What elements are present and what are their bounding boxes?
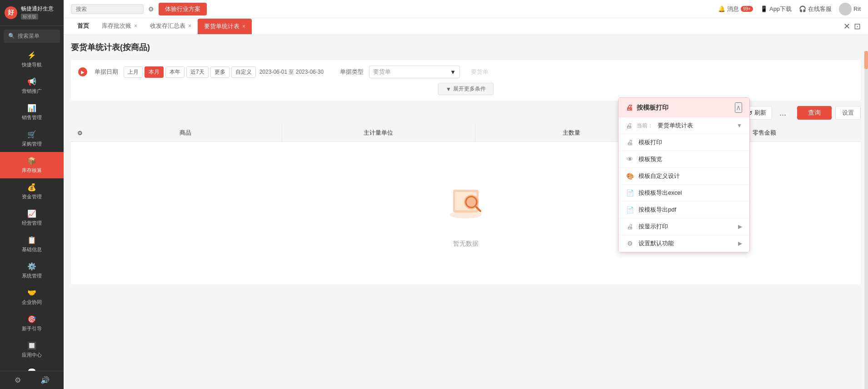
dropdown-item-display-print[interactable]: 🖨 按显示打印 ▶ <box>619 218 749 235</box>
sidebar-item-system[interactable]: ⚙️ 系统管理 <box>0 258 64 284</box>
dropdown-item-export-excel[interactable]: 📄 按模板导出excel <box>619 185 749 202</box>
print-current-template[interactable]: 🖨 当前： 要货单统计表 ▼ <box>619 117 749 134</box>
sidebar-item-purchase[interactable]: 🛒 采购管理 <box>0 126 64 152</box>
tab-batch-account-label: 库存批次账 <box>102 22 131 30</box>
tab-requisition-label: 要货单统计表 <box>204 22 239 30</box>
print-dropdown-title-area: 🖨 按模板打印 <box>626 104 668 112</box>
date-last-7-days[interactable]: 近7天 <box>186 66 209 78</box>
notification-button[interactable]: 🔔 消息 99+ <box>718 5 753 13</box>
date-custom[interactable]: 自定义 <box>231 66 256 78</box>
page-title: 要货单统计表(按商品) <box>71 42 861 53</box>
tab-batch-account-close[interactable]: × <box>134 23 137 29</box>
sidebar-bottom: ⚙ 🔊 <box>0 371 64 389</box>
display-print-label: 按显示打印 <box>639 222 668 231</box>
sidebar-item-operation[interactable]: 📈 经营管理 <box>0 205 64 231</box>
dropdown-item-template-print[interactable]: 🖨 模板打印 <box>619 134 749 151</box>
date-this-year[interactable]: 本年 <box>165 66 185 78</box>
tab-home[interactable]: 首页 <box>71 18 95 35</box>
tab-receipts-close[interactable]: × <box>188 23 191 29</box>
date-buttons: 上月 本月 本年 近7天 更多 自定义 2023-06-01 至 2023-06… <box>124 66 324 78</box>
set-default-icon: ⚙ <box>626 240 634 247</box>
topbar-search-input[interactable] <box>71 4 144 14</box>
dropdown-item-template-custom[interactable]: 🎨 模板自定义设计 <box>619 168 749 185</box>
notification-badge: 99+ <box>741 6 753 12</box>
template-custom-icon: 🎨 <box>626 172 634 180</box>
app-name-block: 畅捷通好生意 标准版 <box>21 5 54 20</box>
sidebar-item-basic[interactable]: 📋 基础信息 <box>0 231 64 258</box>
sidebar-item-finance[interactable]: 💰 资金管理 <box>0 178 64 205</box>
purchase-label: 采购管理 <box>22 141 42 147</box>
bell-icon: 🔔 <box>718 5 725 12</box>
print-dropdown-header: 🖨 按模板打印 ∧ <box>619 98 749 117</box>
sidebar-item-sales[interactable]: 📊 销售管理 <box>0 99 64 126</box>
sidebar-item-guide[interactable]: 🎯 新手引导 <box>0 310 64 337</box>
close-window-button[interactable]: ✕ <box>843 21 850 31</box>
expand-more-button[interactable]: ▼ 展开更多条件 <box>438 83 494 95</box>
sidebar-speaker-button[interactable]: 🔊 <box>40 376 50 384</box>
set-default-label: 设置默认功能 <box>639 239 674 248</box>
print-dropdown-close-button[interactable]: ∧ <box>735 102 742 113</box>
tab-requisition-close[interactable]: × <box>242 23 245 30</box>
type-select-dropdown[interactable]: 要货单 ▼ <box>369 66 460 78</box>
scrollbar-thumb[interactable] <box>864 51 868 69</box>
expand-arrow-button[interactable]: ▶ <box>78 67 87 76</box>
dropdown-item-set-default[interactable]: ⚙ 设置默认功能 ▶ <box>619 235 749 252</box>
tab-home-label: 首页 <box>77 22 89 30</box>
tab-receipts-summary[interactable]: 收发存汇总表 × <box>144 18 198 35</box>
online-service-button[interactable]: 🎧 在线客服 <box>799 5 832 13</box>
more-actions-button[interactable]: ... <box>776 107 790 119</box>
query-button[interactable]: 查询 <box>797 106 832 120</box>
sidebar-item-collab[interactable]: 🤝 企业协同 <box>0 284 64 310</box>
type-select-value: 要货单 <box>373 68 391 76</box>
filter-expand-toggle[interactable]: ▶ <box>78 67 89 76</box>
date-more[interactable]: 更多 <box>210 66 229 78</box>
column-settings-icon[interactable]: ⚙ <box>71 126 89 140</box>
marketing-icon: 📢 <box>27 77 36 86</box>
column-settings-button[interactable]: 设置 <box>835 106 861 120</box>
tab-batch-account[interactable]: 库存批次账 × <box>95 18 144 35</box>
maximize-window-button[interactable]: ⊡ <box>854 21 861 31</box>
industry-solution-button[interactable]: 体验行业方案 <box>159 3 207 15</box>
topbar-left: ⚙ 体验行业方案 <box>71 3 207 15</box>
print-dropdown-panel: 🖨 按模板打印 ∧ 🖨 当前： 要货单统计表 ▼ 🖨 模板打印 👁 模板预览 🎨 <box>618 97 750 253</box>
purchase-icon: 🛒 <box>27 130 36 139</box>
user-profile-button[interactable]: Rit <box>839 3 861 15</box>
search-menu-label: 搜索菜单 <box>18 32 40 40</box>
export-pdf-icon: 📄 <box>626 206 634 213</box>
current-template-value: 要货单统计表 <box>658 121 693 130</box>
search-icon: 🔍 <box>8 33 15 39</box>
date-last-month[interactable]: 上月 <box>124 66 143 78</box>
type-label: 单据类型 <box>340 68 364 76</box>
expand-more-label: 展开更多条件 <box>453 85 486 93</box>
tab-window-controls: ✕ ⊡ <box>843 21 861 31</box>
operation-label: 经营管理 <box>22 220 42 227</box>
headset-icon: 🎧 <box>799 5 806 12</box>
app-name: 畅捷通好生意 <box>21 5 54 13</box>
sidebar-settings-button[interactable]: ⚙ <box>15 376 21 384</box>
dropdown-item-export-pdf[interactable]: 📄 按模板导出pdf <box>619 202 749 218</box>
sidebar-item-appstore[interactable]: 🔲 应用中心 <box>0 337 64 363</box>
collab-label: 企业协同 <box>22 299 42 306</box>
username-label: Rit <box>853 5 861 12</box>
template-preview-label: 模板预览 <box>639 155 662 163</box>
basic-label: 基础信息 <box>22 246 42 253</box>
topbar-settings-button[interactable]: ⚙ <box>148 5 154 13</box>
col-goods: 商品 <box>89 124 282 141</box>
topbar: ⚙ 体验行业方案 🔔 消息 99+ 📱 App下载 🎧 在线客服 Rit <box>64 0 868 18</box>
shortcuts-icon: ⚡ <box>27 51 36 60</box>
search-menu-button[interactable]: 🔍 搜索菜单 <box>4 30 60 43</box>
sidebar-item-wecom[interactable]: 💬 企业微信 <box>0 363 64 371</box>
app-download-button[interactable]: 📱 App下载 <box>760 5 792 13</box>
tab-requisition-stats[interactable]: 要货单统计表 × <box>198 19 252 34</box>
dropdown-item-template-preview[interactable]: 👁 模板预览 <box>619 151 749 168</box>
shortcuts-label: 快捷导航 <box>22 61 42 68</box>
date-this-month[interactable]: 本月 <box>145 66 164 78</box>
sidebar-item-shortcuts[interactable]: ⚡ 快捷导航 <box>0 46 64 73</box>
display-print-icon: 🖨 <box>626 223 634 230</box>
current-template-label: 当前： <box>637 122 653 130</box>
collab-icon: 🤝 <box>27 288 36 297</box>
right-scrollbar[interactable] <box>864 51 868 389</box>
sidebar-navigation: ⚡ 快捷导航 📢 营销推广 📊 销售管理 🛒 采购管理 📦 库存核算 💰 资金管… <box>0 46 64 371</box>
sidebar-item-marketing[interactable]: 📢 营销推广 <box>0 73 64 99</box>
sidebar-item-inventory[interactable]: 📦 库存核算 <box>0 152 64 178</box>
